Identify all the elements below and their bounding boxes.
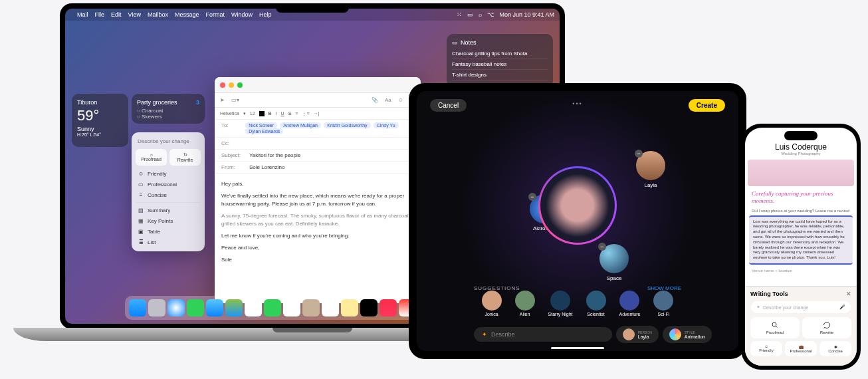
menu-edit[interactable]: Edit: [111, 11, 122, 18]
dock-finder[interactable]: [129, 299, 146, 316]
suggestion-alien[interactable]: Alien: [515, 291, 535, 316]
attach-icon[interactable]: 📎: [372, 97, 378, 103]
person-chip[interactable]: PERSONLayla: [616, 326, 659, 343]
rewrite-button[interactable]: ↻Rewrite: [169, 149, 201, 166]
header-icon[interactable]: ▭▾: [231, 97, 239, 103]
dock-contacts[interactable]: [302, 299, 320, 316]
style-concise[interactable]: ✱Concise: [819, 341, 851, 356]
bold-button[interactable]: B: [269, 111, 272, 116]
create-button[interactable]: Create: [689, 99, 725, 112]
dock-safari[interactable]: [167, 299, 185, 316]
menu-window[interactable]: Window: [231, 11, 253, 18]
wifi-icon[interactable]: ⁙: [457, 11, 462, 18]
dock-messages[interactable]: [187, 299, 204, 316]
notes-widget[interactable]: ▭Notes Charcoal grilling tips from Shota…: [447, 34, 553, 87]
action-list[interactable]: ≣List: [136, 237, 201, 247]
close-icon[interactable]: ✕: [846, 291, 851, 297]
orbit-space[interactable]: − Space: [599, 244, 629, 281]
format-icon[interactable]: Aa: [385, 97, 391, 103]
recipient-pill[interactable]: Nick Scheer: [245, 122, 277, 128]
orbit-layla[interactable]: − Layla: [636, 151, 665, 188]
align-icon[interactable]: ≡: [295, 111, 298, 116]
close-button[interactable]: [220, 82, 225, 88]
recipient-pill[interactable]: Cindy Yu: [374, 122, 399, 128]
style-friendly[interactable]: ☺Friendly: [750, 341, 782, 356]
style-professional[interactable]: 💼Professional: [785, 341, 817, 356]
cc-input[interactable]: [249, 140, 414, 146]
font-size[interactable]: 12: [250, 111, 255, 116]
suggestion-jonica[interactable]: Jonica: [482, 291, 502, 316]
app-name[interactable]: Mail: [77, 11, 88, 18]
home-indicator[interactable]: [551, 347, 604, 349]
action-table[interactable]: ▣Table: [136, 226, 201, 237]
note-item[interactable]: Charcoal grilling tips from Shota: [452, 49, 548, 59]
style-chip[interactable]: STYLEAnimation: [663, 326, 712, 343]
proofread-button[interactable]: Proofread: [750, 317, 800, 338]
proofread-button[interactable]: ⌕Proofread: [136, 149, 167, 166]
window-titlebar[interactable]: [215, 77, 421, 93]
menu-format[interactable]: Format: [205, 11, 225, 18]
recipient-pill[interactable]: Dylan Edwards: [245, 128, 283, 134]
zoom-button[interactable]: [237, 82, 243, 88]
emoji-icon[interactable]: ☺: [398, 97, 403, 103]
suggestion-adventure[interactable]: Adventure: [619, 291, 641, 316]
italic-button[interactable]: I: [276, 111, 277, 116]
underline-button[interactable]: U: [281, 111, 284, 116]
minimize-button[interactable]: [229, 82, 234, 88]
dock-facetime[interactable]: [264, 299, 281, 316]
describe-change-input[interactable]: [136, 136, 201, 146]
style-professional[interactable]: ▭Professional: [136, 179, 201, 190]
menu-help[interactable]: Help: [259, 11, 272, 18]
list-icon[interactable]: ⋮≡: [302, 111, 309, 116]
from-value[interactable]: Sole Lorenzino: [249, 164, 284, 170]
describe-change-input[interactable]: ✦ Describe your change 🎤: [750, 301, 851, 314]
search-icon[interactable]: ⌕: [479, 11, 482, 18]
action-summary[interactable]: ▤Summary: [136, 205, 201, 215]
mail-body[interactable]: Hey pals, We've finally settled into the…: [215, 174, 421, 275]
indent-icon[interactable]: →|: [314, 111, 320, 116]
menu-view[interactable]: View: [128, 11, 141, 18]
note-item[interactable]: Fantasy baseball notes: [452, 59, 548, 70]
cancel-button[interactable]: Cancel: [430, 99, 467, 112]
mic-icon[interactable]: 🎤: [839, 305, 845, 310]
menu-file[interactable]: File: [95, 11, 105, 18]
plus-icon[interactable]: ✦: [482, 331, 487, 338]
reminders-widget[interactable]: Party groceries 3 ○ Charcoal ○ Skewers: [132, 94, 205, 124]
main-image-preview[interactable]: [538, 166, 617, 245]
selected-text[interactable]: Luis was everything we could have hoped …: [749, 215, 853, 265]
rewrite-button[interactable]: Rewrite: [802, 317, 851, 338]
dock-reminders[interactable]: [322, 299, 339, 316]
style-concise[interactable]: ≡Concise: [136, 190, 201, 200]
font-select[interactable]: Helvetica: [220, 111, 239, 116]
dock-calendar[interactable]: [283, 299, 300, 316]
dock-mail[interactable]: [206, 299, 223, 316]
color-swatch[interactable]: [259, 111, 265, 116]
style-friendly[interactable]: ☺Friendly: [136, 168, 201, 179]
menu-mailbox[interactable]: Mailbox: [148, 11, 168, 18]
strike-button[interactable]: S: [288, 111, 292, 116]
action-keypoints[interactable]: ▦Key Points: [136, 215, 201, 226]
battery-icon[interactable]: ▭: [467, 11, 473, 18]
venue-placeholder[interactable]: Venue name + location: [745, 267, 857, 274]
dock-notes[interactable]: [341, 299, 358, 316]
suggestion-scientist[interactable]: Scientist: [586, 291, 606, 316]
suggestion-sci-fi[interactable]: Sci-Fi: [653, 291, 673, 316]
dock-tv[interactable]: [360, 299, 378, 316]
weather-widget[interactable]: Tiburon 59° Sunny H:70° L:54°: [72, 94, 128, 147]
describe-input[interactable]: ✦ Describe: [474, 327, 612, 342]
dock-photos[interactable]: [245, 299, 262, 316]
send-icon[interactable]: ➤: [220, 97, 225, 103]
dock-maps[interactable]: [225, 299, 243, 316]
dock-music[interactable]: [380, 299, 397, 316]
subject-input[interactable]: Yakitori for the people: [249, 152, 300, 158]
menubar-clock[interactable]: Mon Jun 10 9:41 AM: [499, 11, 554, 18]
dock-launchpad[interactable]: [148, 299, 165, 316]
note-item[interactable]: T-shirt designs: [452, 70, 548, 80]
control-center-icon[interactable]: ⌥: [487, 11, 494, 18]
more-icon[interactable]: •••: [572, 100, 582, 107]
recipient-pill[interactable]: Kristin Goldsworthy: [324, 122, 370, 128]
suggestion-starry-night[interactable]: Starry Night: [548, 291, 573, 316]
dynamic-island[interactable]: [784, 131, 817, 140]
menu-message[interactable]: Message: [175, 11, 199, 18]
recipient-pill[interactable]: Andrew Mulligan: [280, 122, 321, 128]
